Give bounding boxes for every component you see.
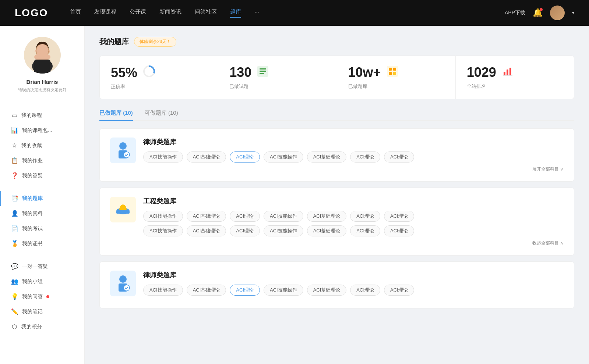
course-packages-icon: 📊 [11, 127, 18, 134]
tag-lawyer2-0[interactable]: ACI技能操作 [143, 285, 183, 296]
tags-engineer-row2: ACI技能操作 ACI基础理论 ACI理论 ACI技能操作 ACI基础理论 AC… [143, 225, 564, 236]
tag-eng2-6[interactable]: ACI理论 [384, 225, 414, 236]
stat-accuracy-top: 55% [111, 65, 207, 81]
sidebar-item-groups[interactable]: 👥 我的小组 [0, 274, 84, 289]
profile-name: Brian Harris [7, 79, 77, 85]
page-wrap: Brian Harris 错误的决定比没有决定要好 ▭ 我的课程 📊 我的课程包… [0, 26, 589, 364]
tag-eng2-0[interactable]: ACI技能操作 [143, 225, 183, 236]
nav-link-more[interactable]: ··· [254, 8, 259, 18]
nav-link-news[interactable]: 新闻资讯 [159, 8, 181, 18]
user-avatar[interactable] [550, 6, 565, 20]
tab-done-banks[interactable]: 已做题库 (10) [99, 110, 133, 121]
sidebar-divider-2 [7, 187, 77, 187]
sidebar-item-certificate[interactable]: 🏅 我的证书 [0, 236, 84, 251]
notification-dot [540, 8, 543, 11]
sidebar-item-my-questions[interactable]: 💡 我的问答 [0, 289, 84, 304]
sidebar-item-my-quiz[interactable]: 📑 我的题库 [0, 191, 84, 206]
homework-icon: 📋 [11, 157, 18, 164]
svg-rect-12 [260, 73, 264, 74]
logo[interactable]: LOGO [15, 7, 48, 19]
sidebar-item-profile-data[interactable]: 👤 我的资料 [0, 206, 84, 221]
nav-link-opencourse[interactable]: 公开课 [130, 8, 146, 18]
notes-icon: ✏️ [11, 308, 18, 315]
my-exam-icon: 📄 [11, 225, 18, 232]
nav-link-quiz[interactable]: 题库 [230, 8, 241, 18]
stat-site-rank: 1029 全站排名 [456, 56, 574, 99]
stat-done-banks-top: 10w+ [348, 65, 444, 80]
stat-done-questions-value: 130 [229, 65, 251, 80]
profile-motto: 错误的决定比没有决定要好 [7, 87, 77, 93]
tag-lawyer2-1[interactable]: ACI基础理论 [187, 285, 226, 296]
notification-bell[interactable]: 🔔 [533, 8, 543, 18]
tag-eng-3[interactable]: ACI技能操作 [264, 211, 303, 222]
tag-lawyer1-6[interactable]: ACI理论 [384, 151, 414, 163]
tag-lawyer2-4[interactable]: ACI基础理论 [307, 285, 347, 296]
nav-links: 首页 发现课程 公开课 新闻资讯 问答社区 题库 ··· [70, 8, 505, 18]
tag-lawyer1-3[interactable]: ACI技能操作 [264, 151, 303, 163]
tag-lawyer2-3[interactable]: ACI技能操作 [264, 285, 303, 296]
stat-done-questions-label: 已做试题 [229, 83, 325, 90]
tag-lawyer1-5[interactable]: ACI理论 [350, 151, 380, 163]
stat-accuracy-label: 正确率 [111, 83, 207, 90]
tab-row: 已做题库 (10) 可做题库 (10) [99, 110, 574, 121]
expand-link-engineer[interactable]: 收起全部科目 ∧ [143, 240, 564, 246]
page-title: 我的题库 [99, 37, 129, 47]
svg-rect-11 [260, 71, 266, 72]
svg-rect-14 [389, 68, 392, 71]
tag-lawyer1-4[interactable]: ACI基础理论 [307, 151, 347, 163]
tag-lawyer1-2[interactable]: ACI理论 [230, 151, 260, 163]
sidebar-item-points[interactable]: ⬡ 我的积分 [0, 319, 84, 334]
nav-link-qa[interactable]: 问答社区 [195, 8, 217, 18]
tags-lawyer-2: ACI技能操作 ACI基础理论 ACI理论 ACI技能操作 ACI基础理论 AC… [143, 285, 564, 296]
stat-done-questions: 130 已做试题 [218, 56, 337, 99]
sidebar-divider-3 [7, 255, 77, 255]
svg-rect-15 [393, 68, 396, 71]
tag-eng2-1[interactable]: ACI基础理论 [187, 225, 226, 236]
tag-eng2-4[interactable]: ACI基础理论 [307, 225, 347, 236]
points-icon: ⬡ [11, 323, 18, 330]
sidebar-item-course-packages[interactable]: 📊 我的课程包... [0, 123, 84, 138]
nav-link-home[interactable]: 首页 [70, 8, 81, 18]
svg-rect-18 [504, 72, 505, 75]
sidebar-item-notes[interactable]: ✏️ 我的笔记 [0, 304, 84, 319]
tag-eng-6[interactable]: ACI理论 [384, 211, 414, 222]
tag-lawyer1-0[interactable]: ACI技能操作 [143, 151, 183, 163]
tag-eng2-3[interactable]: ACI技能操作 [264, 225, 303, 236]
sidebar-item-questions[interactable]: ❓ 我的答疑 [0, 168, 84, 183]
expand-link-lawyer-1[interactable]: 展开全部科目 ∨ [143, 166, 564, 172]
tag-eng-1[interactable]: ACI基础理论 [187, 211, 226, 222]
tag-eng-4[interactable]: ACI基础理论 [307, 211, 347, 222]
category-lawyer-2: 律师类题库 ACI技能操作 ACI基础理论 ACI理论 ACI技能操作 ACI基… [99, 261, 574, 308]
sidebar: Brian Harris 错误的决定比没有决定要好 ▭ 我的课程 📊 我的课程包… [0, 26, 85, 364]
nav-link-discover[interactable]: 发现课程 [94, 8, 116, 18]
tag-eng-0[interactable]: ACI技能操作 [143, 211, 183, 222]
tag-eng-5[interactable]: ACI理论 [350, 211, 380, 222]
tag-lawyer2-5[interactable]: ACI理论 [350, 285, 380, 296]
tag-lawyer2-6[interactable]: ACI理论 [384, 285, 414, 296]
tags-engineer-row1: ACI技能操作 ACI基础理论 ACI理论 ACI技能操作 ACI基础理论 AC… [143, 211, 564, 222]
sidebar-item-favorites[interactable]: ☆ 我的收藏 [0, 138, 84, 153]
tag-lawyer1-1[interactable]: ACI基础理论 [187, 151, 226, 163]
tab-available-banks[interactable]: 可做题库 (10) [145, 110, 178, 121]
sidebar-item-tutoring[interactable]: 💬 一对一答疑 [0, 259, 84, 274]
lawyer-svg-icon [113, 141, 133, 160]
sidebar-item-homework[interactable]: 📋 我的作业 [0, 153, 84, 168]
grid-icon [386, 65, 399, 80]
sidebar-item-my-courses[interactable]: ▭ 我的课程 [0, 108, 84, 123]
favorites-icon: ☆ [11, 142, 18, 149]
tag-eng2-2[interactable]: ACI理论 [230, 225, 260, 236]
lawyer-icon-wrap [110, 138, 136, 163]
tag-eng-2[interactable]: ACI理论 [230, 211, 260, 222]
lawyer2-svg-icon [113, 274, 133, 293]
engineer-svg-icon [113, 200, 133, 219]
nav-right: APP下载 🔔 ▾ [505, 6, 574, 20]
stat-done-banks-label: 已做题库 [348, 83, 444, 90]
tag-lawyer2-2[interactable]: ACI理论 [230, 285, 260, 296]
sidebar-divider-1 [7, 104, 77, 104]
tag-eng2-5[interactable]: ACI理论 [350, 225, 380, 236]
category-lawyer-1: 律师类题库 ACI技能操作 ACI基础理论 ACI理论 ACI技能操作 ACI基… [99, 128, 574, 182]
user-menu-chevron[interactable]: ▾ [572, 10, 574, 15]
svg-rect-20 [509, 68, 511, 75]
app-download-link[interactable]: APP下载 [505, 10, 525, 16]
sidebar-item-my-exam[interactable]: 📄 我的考试 [0, 221, 84, 236]
